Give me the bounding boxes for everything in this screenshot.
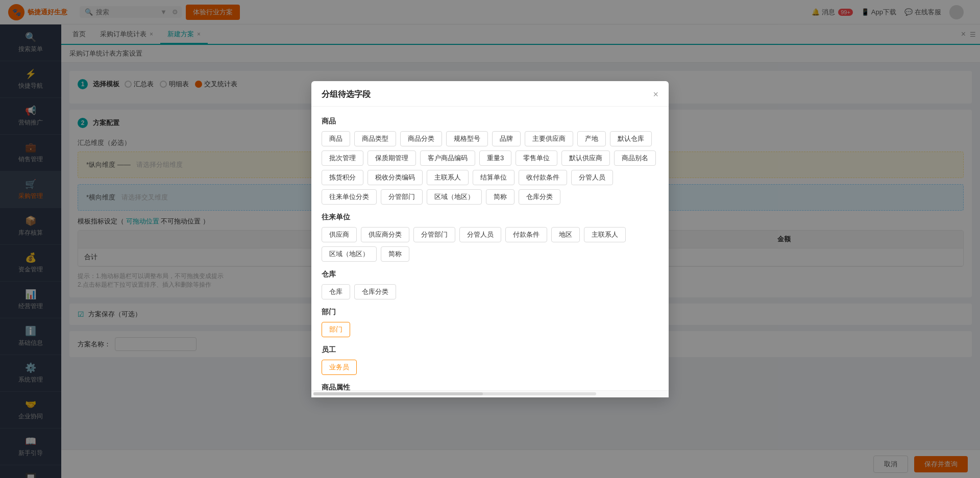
field-partner-contact[interactable]: 主联系人 [584, 227, 626, 242]
modal-close-button[interactable]: × [653, 89, 658, 100]
field-supplier[interactable]: 供应商 [322, 227, 357, 242]
section-partner: 往来单位 供应商 供应商分类 分管部门 分管人员 付款条件 地区 主联系人 区域… [322, 213, 658, 262]
modal-title: 分组待选字段 [322, 89, 371, 100]
field-pick-score[interactable]: 拣货积分 [322, 170, 363, 185]
field-department[interactable]: 部门 [322, 322, 350, 337]
field-main-contact[interactable]: 主联系人 [427, 170, 469, 185]
field-partner-short[interactable]: 简称 [381, 246, 409, 262]
field-partner-region[interactable]: 区域（地区） [322, 246, 377, 262]
section-dept-title: 部门 [322, 308, 658, 317]
section-partner-title: 往来单位 [322, 213, 658, 222]
field-partner-manager[interactable]: 分管人员 [459, 227, 501, 242]
field-warehouse-type[interactable]: 仓库分类 [354, 284, 396, 299]
field-spec-type[interactable]: 规格型号 [446, 131, 488, 146]
hscrollbar-thumb [313, 392, 483, 395]
section-product-attr-title: 商品属性 [322, 383, 658, 390]
section-warehouse-title: 仓库 [322, 270, 658, 279]
section-product-attr: 商品属性 属性 颜色 多规格 尺码 鞋码 1 [322, 383, 658, 390]
field-default-warehouse[interactable]: 默认仓库 [610, 131, 652, 146]
field-default-supplier[interactable]: 默认供应商 [561, 150, 610, 166]
field-warehouse-category[interactable]: 仓库分类 [519, 189, 560, 205]
modal-overlay[interactable]: 分组待选字段 × 商品 商品 商品类型 商品分类 规格型号 品牌 主要供应商 产… [0, 0, 980, 478]
modal-body: 商品 商品 商品类型 商品分类 规格型号 品牌 主要供应商 产地 默认仓库 批次… [311, 107, 669, 390]
partner-field-group: 供应商 供应商分类 分管部门 分管人员 付款条件 地区 主联系人 区域（地区） … [322, 227, 658, 262]
field-payment-terms[interactable]: 收付款条件 [519, 170, 567, 185]
field-payment-condition[interactable]: 付款条件 [505, 227, 547, 242]
field-quality-manage[interactable]: 保质期管理 [368, 150, 416, 166]
field-goods-category[interactable]: 商品分类 [400, 131, 442, 146]
section-staff: 员工 业务员 [322, 345, 658, 375]
field-partner-dept[interactable]: 分管部门 [413, 227, 455, 242]
field-brand[interactable]: 品牌 [492, 131, 521, 146]
section-dept: 部门 部门 [322, 308, 658, 337]
section-staff-title: 员工 [322, 345, 658, 355]
dept-field-group: 部门 [322, 322, 658, 337]
field-unit-category[interactable]: 往来单位分类 [322, 189, 377, 205]
field-tax-code[interactable]: 税收分类编码 [368, 170, 423, 185]
field-supplier-category[interactable]: 供应商分类 [361, 227, 409, 242]
warehouse-field-group: 仓库 仓库分类 [322, 284, 658, 299]
field-short-name[interactable]: 简称 [486, 189, 514, 205]
field-warehouse[interactable]: 仓库 [322, 284, 350, 299]
hscrollbar-track [313, 392, 596, 395]
field-customer-code[interactable]: 客户商品编码 [420, 150, 475, 166]
field-origin[interactable]: 产地 [577, 131, 606, 146]
field-settlement-unit[interactable]: 结算单位 [473, 170, 514, 185]
field-region[interactable]: 区域（地区） [427, 189, 482, 205]
field-salesperson[interactable]: 业务员 [322, 360, 357, 375]
section-warehouse: 仓库 仓库 仓库分类 [322, 270, 658, 299]
modal: 分组待选字段 × 商品 商品 商品类型 商品分类 规格型号 品牌 主要供应商 产… [311, 81, 669, 397]
field-area[interactable]: 地区 [551, 227, 580, 242]
field-retail-unit[interactable]: 零售单位 [516, 150, 557, 166]
field-weight3[interactable]: 重量3 [479, 150, 511, 166]
section-goods: 商品 商品 商品类型 商品分类 规格型号 品牌 主要供应商 产地 默认仓库 批次… [322, 117, 658, 205]
goods-field-group: 商品 商品类型 商品分类 规格型号 品牌 主要供应商 产地 默认仓库 批次管理 … [322, 131, 658, 205]
field-goods-type[interactable]: 商品类型 [354, 131, 396, 146]
field-dept-manage[interactable]: 分管部门 [381, 189, 423, 205]
section-goods-title: 商品 [322, 117, 658, 126]
field-batch-manage[interactable]: 批次管理 [322, 150, 363, 166]
modal-hscrollbar[interactable] [311, 390, 669, 397]
modal-header: 分组待选字段 × [311, 81, 669, 107]
field-main-supplier[interactable]: 主要供应商 [525, 131, 573, 146]
field-goods-alias[interactable]: 商品别名 [614, 150, 656, 166]
staff-field-group: 业务员 [322, 360, 658, 375]
field-goods[interactable]: 商品 [322, 131, 350, 146]
field-manager[interactable]: 分管人员 [571, 170, 613, 185]
